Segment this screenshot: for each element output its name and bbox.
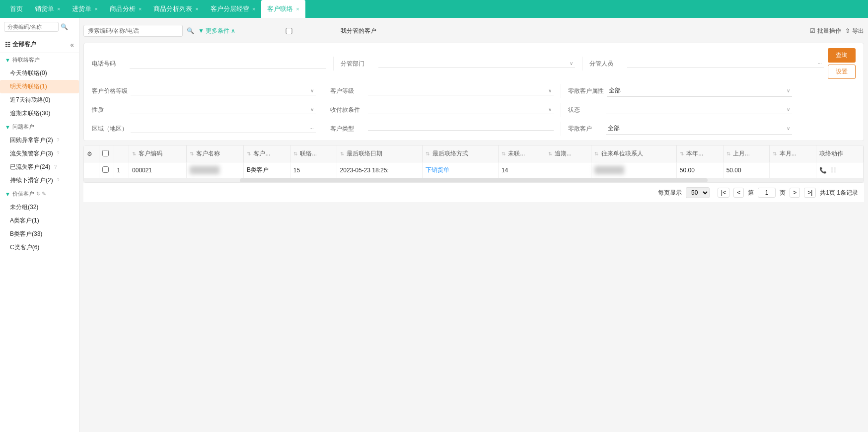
filter-row-4: 区域（地区） ··· 客户类型 零散客户 [92,122,856,136]
sort-icon: ⇅ [594,151,598,156]
customer-type-select[interactable] [368,127,554,131]
row-checkbox[interactable] [102,166,109,173]
sidebar-item-class-a[interactable]: A类客户(1) [0,214,79,227]
collapse-icon[interactable]: « [70,41,74,49]
th-contact-count[interactable]: ⇅ 联络... [290,145,337,162]
export-button[interactable]: ⇧ 导出 [845,27,864,35]
expand-icon[interactable]: ▼ [5,191,10,197]
sidebar-item-declining-customers[interactable]: 持续下滑客户(2) ? [0,174,79,187]
divider [561,103,561,117]
edit-icon[interactable]: ✎ [42,191,46,197]
sidebar-search-input[interactable] [4,22,59,32]
my-customers-checkbox-label[interactable]: 我分管的客户 [239,27,376,35]
close-icon[interactable]: × [296,6,299,12]
sort-icon: ⇅ [293,151,297,156]
batch-operation-button[interactable]: ☑ 批量操作 [810,27,841,35]
sidebar-item-ungrouped[interactable]: 未分组(32) [0,201,79,214]
sidebar-item-churn-warning[interactable]: 流失预警客户(3) ? [0,147,79,160]
close-icon[interactable]: × [94,6,97,12]
close-icon[interactable]: × [139,6,142,12]
sidebar-item-overdue-contact[interactable]: 逾期未联络(30) [0,107,79,120]
data-table-wrapper: ⚙ ⇅ 客户编码 ⇅ 客户名称 [83,145,864,183]
th-this-year[interactable]: ⇅ 本年... [676,145,723,162]
select-all-checkbox[interactable] [102,150,109,156]
sidebar-item-class-c[interactable]: C类客户(6) [0,241,79,254]
more-filter-button[interactable]: ▼ 更多条件 ∧ [198,27,235,35]
nav-product-analysis-list[interactable]: 商品分析列表 × [147,0,204,18]
sidebar-all-customers[interactable]: ☷ 全部客户 « [0,36,79,53]
refresh-icon[interactable]: ↻ [36,191,41,197]
th-last-month[interactable]: ⇅ 上月... [723,145,770,162]
region-select[interactable]: ··· [131,124,316,133]
nav-product-analysis[interactable]: 商品分析 × [104,0,147,18]
divider [323,103,323,117]
th-uncontacted[interactable]: ⇅ 未联... [498,145,545,162]
td-checkbox [99,162,114,178]
right-actions: ☑ 批量操作 ⇧ 导出 [810,27,864,35]
th-customer-type[interactable]: ⇅ 客户... [244,145,290,162]
contact-method-link[interactable]: 下销货单 [426,166,449,173]
th-actions: 联络动作 [816,145,864,162]
help-icon[interactable]: ? [57,138,60,143]
filter-row-3: 性质 ∨ 收付款条件 ∨ 状态 [92,103,856,117]
nav-purchase-order[interactable]: 进货单 × [66,0,103,18]
customer-level-select[interactable]: ∨ [368,86,554,95]
sidebar-item-today-contact[interactable]: 今天待联络(0) [0,67,79,80]
table-row: 1 000021 张某某 B类客户 15 2023-05-23 18:25: 下… [84,162,864,178]
prev-page-button[interactable]: < [733,188,744,198]
settings-icon[interactable]: ⚙ [87,150,92,157]
nav-sales-order[interactable]: 销货单 × [29,0,66,18]
filter-icon: ▼ [198,27,204,34]
search-icon[interactable]: 🔍 [61,23,68,30]
expand-icon[interactable]: ▼ [5,124,10,130]
chevron-down-icon: ∨ [548,88,552,93]
search-input[interactable] [83,25,183,37]
expand-icon[interactable]: ▼ [5,57,10,63]
next-page-button[interactable]: > [790,188,800,198]
page-size-select[interactable]: 50 [686,187,710,198]
horizontal-scrollbar[interactable] [84,178,864,182]
retail-attr-select[interactable]: 全部 ∨ [607,85,792,97]
search-button[interactable]: 🔍 [187,27,194,34]
person-select[interactable]: ··· [627,59,824,68]
dept-select[interactable]: ∨ [378,59,575,68]
sidebar-item-lost-customers[interactable]: 已流失客户(24) ? [0,160,79,174]
nav-home[interactable]: 首页 [4,0,29,18]
price-level-select[interactable]: ∨ [131,86,316,95]
status-select[interactable]: ∨ [606,105,792,114]
th-overdue[interactable]: ⇅ 逾期... [545,145,591,162]
export-icon: ⇧ [845,27,850,34]
grid-action-icon[interactable]: ☷ [831,167,836,174]
nav-customer-contact[interactable]: 客户联络 × [261,0,305,18]
sidebar-item-abnormal-purchase[interactable]: 回购异常客户(2) ? [0,134,79,147]
help-icon[interactable]: ? [57,151,60,156]
close-icon[interactable]: × [195,6,198,12]
sidebar-item-tomorrow-contact[interactable]: 明天待联络(1) [0,80,79,93]
nav-customer-layer[interactable]: 客户分层经营 × [205,0,261,18]
th-this-month[interactable]: ⇅ 本月... [770,145,816,162]
sidebar-item-7days-contact[interactable]: 近7天待联络(0) [0,93,79,107]
last-page-button[interactable]: >| [804,188,816,198]
phone-input[interactable] [130,59,326,69]
help-icon[interactable]: ? [57,178,60,183]
page-number-input[interactable] [758,188,776,198]
th-customer-name[interactable]: ⇅ 客户名称 [186,145,243,162]
th-last-contact-method[interactable]: ⇅ 最后联络方式 [423,145,499,162]
sidebar-item-class-b[interactable]: B类客户(33) [0,227,79,241]
first-page-button[interactable]: |< [718,188,729,198]
query-button[interactable]: 查询 [828,48,856,63]
payment-select[interactable]: ∨ [368,105,554,114]
close-icon[interactable]: × [57,6,60,12]
help-icon[interactable]: ? [54,164,57,170]
main-layout: 🔍 ☷ 全部客户 « ▼ 待联络客户 今天待联络(0) 明天待联络(1) 近7天… [0,18,868,432]
my-customers-checkbox[interactable] [239,28,339,34]
gender-select[interactable]: ∨ [130,105,316,114]
settings-button[interactable]: 设置 [828,65,856,79]
th-contact-person[interactable]: ⇅ 往来单位联系人 [591,145,676,162]
call-icon[interactable]: 📞 [819,167,827,174]
close-icon[interactable]: × [252,6,255,12]
retail-customer-select[interactable]: 全部 ∨ [606,123,792,135]
th-customer-code[interactable]: ⇅ 客户编码 [129,145,186,162]
status-field: 状态 ∨ [568,105,792,114]
th-last-contact-date[interactable]: ⇅ 最后联络日期 [337,145,423,162]
